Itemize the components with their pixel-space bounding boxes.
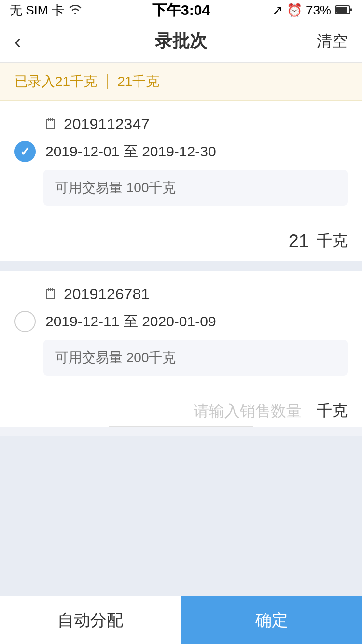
page-title: 录批次	[155, 29, 207, 53]
confirm-label: 确定	[255, 609, 288, 631]
auto-distribute-button[interactable]: 自动分配	[0, 596, 181, 644]
svg-rect-2	[350, 8, 352, 11]
batch-card-1: 🗒 2019112347 ✓ 2019-12-01 至 2019-12-30 可…	[0, 101, 362, 261]
batch-date-row-1[interactable]: ✓ 2019-12-01 至 2019-12-30	[14, 141, 348, 162]
batch-id-row-1: 🗒 2019112347	[43, 115, 348, 133]
batch-id-1: 2019112347	[64, 115, 150, 133]
alarm-icon: ⏰	[287, 3, 302, 18]
qty-value-1: 21	[289, 231, 309, 252]
batch-item-2: 🗒 2019126781 2019-12-11 至 2020-01-09 可用交…	[0, 271, 362, 395]
section-divider	[0, 261, 362, 271]
radio-button-2[interactable]	[14, 311, 36, 332]
battery-icon	[335, 3, 352, 18]
svg-rect-1	[336, 7, 347, 13]
clear-button[interactable]: 清空	[317, 31, 348, 52]
confirm-button[interactable]: 确定	[181, 596, 362, 644]
batch-doc-icon-2: 🗒	[43, 285, 59, 303]
check-icon-1: ✓	[20, 144, 30, 159]
batch-date-1: 2019-12-01 至 2019-12-30	[45, 142, 216, 162]
batch-item-1: 🗒 2019112347 ✓ 2019-12-01 至 2019-12-30 可…	[0, 101, 362, 225]
wifi-icon	[68, 3, 83, 18]
no-sim-text: 无 SIM 卡	[10, 2, 64, 19]
nav-bar: ‹ 录批次 清空	[0, 20, 362, 63]
qty-input-2[interactable]	[14, 402, 309, 420]
footer: 自动分配 确定	[0, 596, 362, 644]
batch-id-row-2: 🗒 2019126781	[43, 285, 348, 303]
auto-distribute-label: 自动分配	[57, 609, 123, 631]
status-left: 无 SIM 卡	[10, 2, 83, 19]
batch-date-row-2[interactable]: 2019-12-11 至 2020-01-09	[14, 311, 348, 332]
status-time: 下午3:04	[152, 0, 210, 20]
qty-row-1: 21 千克	[0, 225, 362, 261]
radio-button-1[interactable]: ✓	[14, 141, 36, 162]
recorded-amount: 已录入21千克	[14, 72, 97, 91]
available-qty-1: 可用交易量 100千克	[43, 170, 348, 206]
batch-doc-icon-1: 🗒	[43, 115, 59, 133]
available-qty-2: 可用交易量 200千克	[43, 340, 348, 376]
qty-unit-1: 千克	[317, 230, 348, 252]
batch-id-2: 2019126781	[64, 285, 150, 303]
battery-text: 73%	[306, 3, 331, 18]
banner-divider	[107, 74, 108, 89]
total-amount: 21千克	[117, 72, 159, 91]
qty-input-row-2[interactable]: 千克	[0, 395, 362, 426]
status-bar: 无 SIM 卡 下午3:04 ↗ ⏰ 73%	[0, 0, 362, 20]
status-right: ↗ ⏰ 73%	[272, 3, 352, 18]
info-banner: 已录入21千克 21千克	[0, 63, 362, 101]
batch-card-2: 🗒 2019126781 2019-12-11 至 2020-01-09 可用交…	[0, 271, 362, 427]
location-icon: ↗	[272, 3, 283, 18]
back-button[interactable]: ‹	[14, 32, 21, 51]
batch-date-2: 2019-12-11 至 2020-01-09	[45, 312, 216, 332]
qty-unit-2: 千克	[317, 400, 348, 421]
